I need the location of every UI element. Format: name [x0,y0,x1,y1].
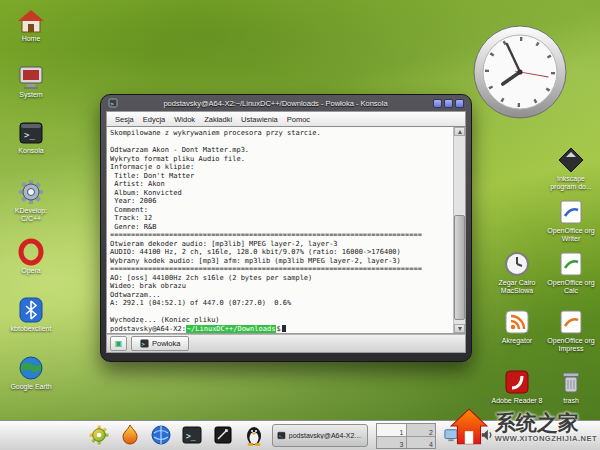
terminal-cursor [282,325,286,332]
pager-desktop-1[interactable]: 1 [377,424,406,436]
tab-label: Powłoka [152,339,180,348]
close-button[interactable] [455,99,464,108]
menu-sesja[interactable]: Sesja [111,114,138,125]
desktop-icon-label: OpenOffice org Writer [544,227,598,243]
desktop-icon-kdevelop[interactable]: KDevelop: C/C++ [4,178,58,223]
document-writer-icon [557,198,585,226]
taskbar-launchers: >_ [88,424,294,446]
desktop-icon-inkscape[interactable]: Inkscape program do... [544,146,598,191]
terminal-tabbar: ▣ > Powłoka [106,334,466,353]
tab-powloka[interactable]: > Powłoka [131,336,189,351]
desktop-icon-system[interactable]: System [4,64,58,99]
prompt-path: ~/LinuxDC++/Downloads [186,325,277,333]
kdevelop-gear-icon [17,178,45,206]
svg-text:>: > [141,341,144,347]
desktop-icon-oo-calc[interactable]: OpenOffice org Calc [544,250,598,295]
editor-icon[interactable] [212,424,234,446]
watermark-title: 系统之家 [495,412,597,434]
svg-text:>: > [110,100,114,107]
desktop-icon-label: OpenOffice org Calc [544,279,598,295]
menu-ustawienia[interactable]: Ustawienia [237,114,282,125]
watermark: 系统之家 WWW.XITONGZHIJIA.NET [448,406,597,448]
minimize-button[interactable] [433,99,442,108]
window-menubar: Sesja Edycja Widok Zakładki Ustawienia P… [106,111,466,127]
desktop-icon-label: Konsola [4,147,58,155]
konsole-window[interactable]: > podstavsky@A64-X2:~/LinuxDC++/Download… [100,94,472,362]
scrollbar-thumb[interactable] [454,215,465,320]
terminal-text: Skompilowane z wykrywaniem procesora prz… [107,127,453,333]
desktop-icon-konsola[interactable]: >_ Konsola [4,120,58,155]
rss-icon [503,308,531,336]
menu-widok[interactable]: Widok [170,114,199,125]
scroll-down-button[interactable] [454,324,465,333]
analog-clock-face [472,24,568,120]
window-buttons [433,99,464,108]
desktop-icon-label: Adobe Reader 8 [490,397,544,405]
inkscape-diamond-icon [557,146,585,174]
terminal-scrollbar[interactable] [453,127,465,333]
menu-pomoc[interactable]: Pomoc [283,114,314,125]
konsole-icon: >_ [277,430,286,441]
pager-desktop-4[interactable]: 4 [407,437,436,449]
desktop-icon-trash[interactable]: trash [544,368,598,405]
terminal-prompt-line: podstavsky@A64-X2:~/LinuxDC++/Downloads$ [110,325,450,334]
opera-icon [17,238,45,266]
desktop-icon-label: Home [4,35,58,43]
desktop-wallpaper: Home System >_ Konsola KDevelop: C/C++ O… [0,0,600,450]
arrow-down-icon [458,327,462,331]
pager-desktop-2[interactable]: 2 [407,424,436,436]
svg-text:>_: >_ [186,432,196,441]
desktop-icon-label: Google Earth [4,383,58,391]
desktop-icon-label: KDevelop: C/C++ [4,207,58,223]
taskbar-window-label: podstavsky@A64-X2:~/Linu... [289,432,363,439]
adobe-reader-icon [503,368,531,396]
clock-icon [503,250,531,278]
window-titlebar[interactable]: > podstavsky@A64-X2:~/LinuxDC++/Download… [106,95,466,111]
pager-desktop-3[interactable]: 3 [377,437,406,449]
document-calc-icon [557,250,585,278]
desktop-pager: 1 2 3 4 [376,423,436,449]
prompt-user: podstavsky@A64-X2: [110,325,186,333]
arrow-up-icon [458,130,462,134]
terminal-output: Skompilowane z wykrywaniem procesora prz… [110,129,450,325]
konsole-icon[interactable]: >_ [181,424,203,446]
bluetooth-icon [17,296,45,324]
desktop-icon-oo-writer[interactable]: OpenOffice org Writer [544,198,598,243]
maximize-button[interactable] [444,99,453,108]
system-icon [17,64,45,90]
watermark-url: WWW.XITONGZHIJIA.NET [495,434,597,443]
desktop-icon-label: System [4,91,58,99]
desktop-icon-label: Inkscape program do... [544,175,598,191]
desktop-icon-kbtobexclient[interactable]: kbtobexclient [4,296,58,333]
desktop-icon-zegar[interactable]: Zegar Cairo MacSlowa [490,250,544,295]
desktop-icon-adobe-reader[interactable]: Adobe Reader 8 [490,368,544,405]
svg-text:>_: >_ [24,130,35,140]
document-impress-icon [557,308,585,336]
desktop-icon-opera[interactable]: Opera [4,238,58,275]
desktop-icon-google-earth[interactable]: Google Earth [4,354,58,391]
scrollbar-track[interactable] [454,136,465,324]
desktop-icon-home[interactable]: Home [4,8,58,43]
globe-browser-icon[interactable] [150,424,172,446]
scroll-up-button[interactable] [454,127,465,136]
flame-icon[interactable] [119,424,141,446]
kmenu-gear-icon[interactable] [88,424,110,446]
globe-icon [17,354,45,382]
analog-clock-widget[interactable] [472,24,568,120]
menu-zakladki[interactable]: Zakładki [200,114,236,125]
window-menu-icon[interactable]: > [108,98,118,108]
desktop-icon-akregator[interactable]: Akregator [490,308,544,345]
desktop-icon-label: kbtobexclient [4,325,58,333]
menu-edycja[interactable]: Edycja [139,114,170,125]
desktop-icon-oo-impress[interactable]: OpenOffice org Impress [544,308,598,353]
desktop-icon-label: Opera [4,267,58,275]
home-icon [17,8,45,34]
svg-text:>_: >_ [279,434,283,438]
terminal-area[interactable]: Skompilowane z wykrywaniem procesora prz… [106,127,466,334]
desktop-icon-label: trash [544,397,598,405]
desktop-icon-label: OpenOffice org Impress [544,337,598,353]
taskbar-window-button[interactable]: >_ podstavsky@A64-X2:~/Linu... [272,424,368,447]
tux-penguin-icon[interactable] [243,424,265,446]
new-tab-button[interactable]: ▣ [110,336,127,351]
konsole-tab-icon: > [140,339,149,348]
